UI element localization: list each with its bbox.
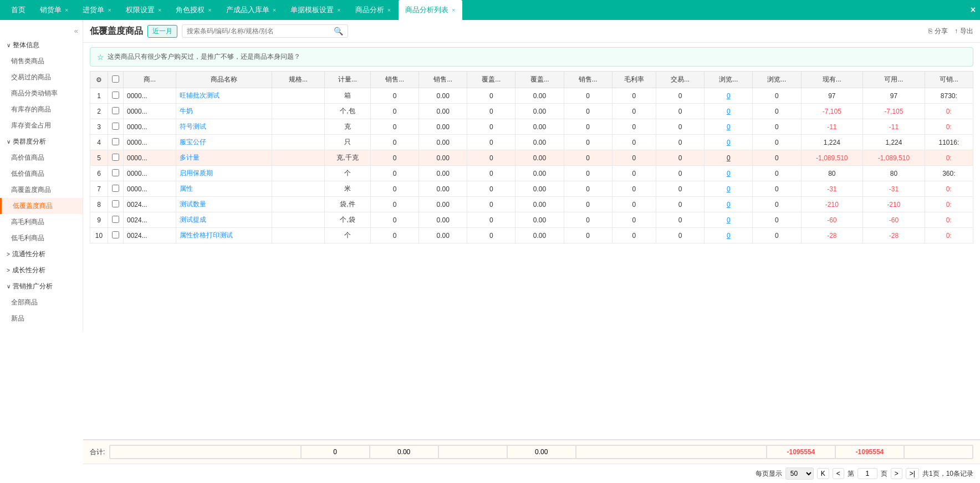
sidebar-item-capital-occupy[interactable]: 库存资金占用 [0,118,83,134]
th-checkbox[interactable] [108,72,124,88]
row-select-checkbox[interactable] [112,123,119,130]
sidebar-item-category-rate[interactable]: 商品分类动销率 [0,85,83,101]
row-select-checkbox[interactable] [112,231,119,238]
filter-period-button[interactable]: 近一月 [147,25,177,38]
nav-tab-purchase[interactable]: 进货单 × [76,0,118,20]
sidebar-section-marketing[interactable]: ∨ 营销推广分析 [0,278,83,294]
row-name[interactable]: 测试提成 [176,212,272,228]
sidebar-item-low-coverage[interactable]: 低覆盖度商品 [0,198,83,214]
page-input[interactable] [858,468,877,479]
sidebar-item-all-goods[interactable]: 全部商品 [0,294,83,311]
row-browse1[interactable]: 0 [705,166,753,181]
row-select-checkbox[interactable] [112,154,119,161]
sidebar-item-stock-goods[interactable]: 有库存的商品 [0,101,83,118]
row-select-checkbox[interactable] [112,107,119,114]
close-icon[interactable]: × [452,7,455,13]
sidebar-item-new-goods[interactable]: 新品 [0,311,83,327]
row-checkbox[interactable] [108,181,124,197]
sidebar-collapse-button[interactable]: « [74,27,78,35]
nav-tab-template[interactable]: 单据模板设置 × [284,0,347,20]
row-select-checkbox[interactable] [112,185,119,192]
row-checkbox[interactable] [108,166,124,181]
row-name[interactable]: 测试数量 [176,197,272,212]
row-browse1[interactable]: 0 [705,104,753,119]
row-browse1[interactable]: 0 [705,135,753,150]
sidebar-item-sales-goods[interactable]: 销售类商品 [0,53,83,69]
row-browse1[interactable]: 0 [705,197,753,212]
close-icon[interactable]: × [208,7,211,13]
sidebar-section-growth[interactable]: > 成长性分析 [0,262,83,278]
search-input[interactable] [187,27,331,35]
nav-tab-warehouse[interactable]: 产成品入库单 × [220,0,283,20]
nav-tab-roles[interactable]: 角色授权 × [169,0,218,20]
row-margin: 0 [612,212,656,228]
row-checkbox[interactable] [108,150,124,166]
select-all-checkbox[interactable] [112,75,119,83]
row-name[interactable]: 牛奶 [176,104,272,119]
row-browse1[interactable]: 0 [705,228,753,243]
sidebar-item-high-margin[interactable]: 高毛利商品 [0,214,83,230]
section-arrow-icon: > [7,267,10,273]
close-icon[interactable]: × [387,7,391,13]
close-icon[interactable]: × [158,7,161,13]
sidebar-section-cluster[interactable]: ∨ 类群度分析 [0,134,83,150]
row-name[interactable]: 属性 [176,181,272,197]
row-name[interactable]: 旺辅批次测试 [176,88,272,104]
row-name[interactable]: 符号测试 [176,119,272,135]
row-name[interactable]: 多计量 [176,150,272,166]
row-checkbox[interactable] [108,135,124,150]
row-browse1[interactable]: 0 [705,119,753,135]
nav-tab-analysis[interactable]: 商品分析 × [349,0,397,20]
row-checkbox[interactable] [108,104,124,119]
sidebar-item-traded-goods[interactable]: 交易过的商品 [0,69,83,85]
export-button[interactable]: ↑ 导出 [955,27,973,36]
sidebar-item-low-margin[interactable]: 低毛利商品 [0,230,83,246]
nav-tab-sales[interactable]: 销货单 × [33,0,75,20]
row-select-checkbox[interactable] [112,169,119,176]
close-all-tabs-button[interactable]: × [971,5,976,15]
sidebar-item-high-coverage[interactable]: 高覆盖度商品 [0,182,83,198]
prev-page-button[interactable]: < [833,468,844,479]
row-select-checkbox[interactable] [112,200,119,207]
nav-tab-analysis-list[interactable]: 商品分析列表 × [399,0,462,20]
row-checkbox[interactable] [108,197,124,212]
row-select-checkbox[interactable] [112,216,119,223]
nav-tab-home[interactable]: 首页 [4,0,32,20]
row-select-checkbox[interactable] [112,138,119,145]
search-icon[interactable]: 🔍 [334,27,343,35]
next-page-button[interactable]: > [891,468,902,479]
page-size-select[interactable]: 50 100 200 [785,467,814,480]
sidebar-item-high-value[interactable]: 高价值商品 [0,150,83,166]
row-name[interactable]: 启用保质期 [176,166,272,181]
row-checkbox[interactable] [108,212,124,228]
row-checkbox[interactable] [108,119,124,135]
last-page-button[interactable]: >| [906,468,919,479]
close-icon[interactable]: × [273,7,276,13]
row-checkbox[interactable] [108,228,124,243]
first-page-button[interactable]: K [817,468,829,479]
row-browse1[interactable]: 0 [705,88,753,104]
row-name[interactable]: 服宝公仔 [176,135,272,150]
row-browse1[interactable]: 0 [705,212,753,228]
row-trade: 0 [656,135,705,150]
row-trade: 0 [656,166,705,181]
row-cover1: 0 [467,228,515,243]
row-browse1[interactable]: 0 [705,150,753,166]
close-icon[interactable]: × [65,7,68,13]
row-checkbox[interactable] [108,88,124,104]
close-icon[interactable]: × [337,7,340,13]
row-select-checkbox[interactable] [112,91,119,99]
row-name[interactable]: 属性价格打印测试 [176,228,272,243]
share-button[interactable]: ⎘ 分享 [928,27,948,36]
main-layout: « ∨ 整体信息 销售类商品 交易过的商品 商品分类动销率 有库存的商品 库存资… [0,20,980,483]
row-sales3: 0 [564,212,612,228]
sidebar-section-overall[interactable]: ∨ 整体信息 [0,37,83,53]
sidebar-item-low-value[interactable]: 低价值商品 [0,166,83,182]
th-settings[interactable]: ⚙ [90,72,108,88]
sidebar-section-flow[interactable]: > 流通性分析 [0,246,83,262]
row-browse1[interactable]: 0 [705,181,753,197]
row-cover1: 0 [467,150,515,166]
close-icon[interactable]: × [108,7,111,13]
nav-tab-permissions[interactable]: 权限设置 × [119,0,168,20]
row-unit: 个,包 [324,104,370,119]
